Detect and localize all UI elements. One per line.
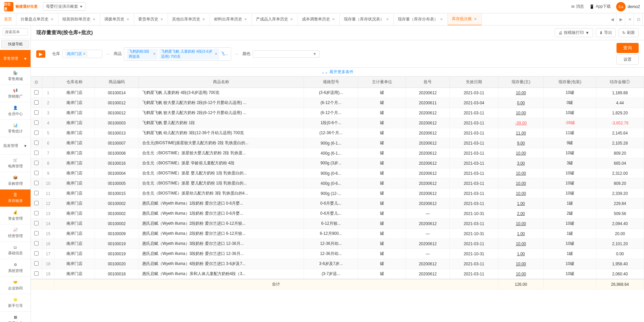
row-checkbox-cell[interactable] <box>31 88 42 98</box>
sidebar-item-shop[interactable]: 🏪 零售商城 <box>0 67 31 85</box>
sidebar-item-operation[interactable]: 📈 经营管理 <box>0 224 31 242</box>
warehouse-more-icon[interactable]: ··· <box>106 52 110 56</box>
warehouse-remove-icon[interactable]: ✕ <box>83 52 86 56</box>
row-stock-main[interactable]: 1.00 <box>498 249 543 259</box>
warehouse-input[interactable]: 南岸门店 ✕ <box>62 50 102 58</box>
row-checkbox-cell[interactable] <box>31 148 42 158</box>
row-stock-main[interactable]: 0.00 <box>498 98 543 108</box>
row-stock-main[interactable]: 10.00 <box>498 178 543 189</box>
query-btn[interactable]: 查询 <box>616 43 639 53</box>
row-checkbox[interactable] <box>34 120 39 125</box>
row-stock-main[interactable]: 10.00 <box>498 108 543 118</box>
tab-other-out[interactable]: 其他出库单历史 ✕ <box>168 13 210 25</box>
row-checkbox-cell[interactable] <box>31 158 42 168</box>
row-checkbox[interactable] <box>34 171 39 175</box>
row-checkbox[interactable] <box>34 201 39 205</box>
tab-close-icon[interactable]: ✕ <box>92 17 96 21</box>
tab-split-inventory[interactable]: 分量盘点单历史 ✕ <box>16 13 58 25</box>
row-checkbox[interactable] <box>34 161 39 165</box>
row-checkbox[interactable] <box>34 181 39 185</box>
product-more[interactable]: 飞... <box>221 51 228 57</box>
quick-nav-btn[interactable]: 快捷导航 <box>1 40 29 48</box>
row-checkbox-cell[interactable] <box>31 209 42 219</box>
tab-close-icon[interactable]: ✕ <box>160 17 164 21</box>
sidebar-item-marketing[interactable]: 📢 营销推广 <box>0 85 31 102</box>
sidebar-item-apps[interactable]: ▦ 应用中心 <box>0 312 31 322</box>
row-stock-main[interactable]: 3.00 <box>498 158 543 168</box>
settings-icon[interactable]: ⚙ <box>34 79 39 85</box>
product-more-icon[interactable]: ··· <box>235 52 238 56</box>
row-checkbox[interactable] <box>34 110 39 115</box>
row-checkbox[interactable] <box>34 151 39 155</box>
tab-next-btn[interactable]: ▶ <box>617 13 625 25</box>
row-checkbox[interactable] <box>34 241 39 246</box>
row-stock-main[interactable]: 10.00 <box>498 148 543 158</box>
tab-stock-dist[interactable]: 现存量（库存分布表） ✕ <box>394 13 448 25</box>
product-tag-1-remove[interactable]: ✕ <box>153 52 156 56</box>
row-checkbox-cell[interactable] <box>31 108 42 118</box>
row-checkbox-cell[interactable] <box>31 189 42 199</box>
row-checkbox-cell[interactable] <box>31 98 42 108</box>
tab-close-icon[interactable]: ✕ <box>126 17 130 21</box>
expand-more-btn[interactable]: ⌄⌄ 展开更多条件 <box>321 69 354 75</box>
sidebar-item-ecommerce[interactable]: 🛒 电商管理 <box>0 155 31 172</box>
row-checkbox-cell[interactable] <box>31 138 42 148</box>
row-stock-main[interactable]: 10.00 <box>498 239 543 249</box>
tab-batch-voucher[interactable]: 库存批次账 ✕ <box>448 13 482 25</box>
row-stock-main[interactable]: 10.00 <box>498 189 543 199</box>
col-settings[interactable]: ⚙ <box>31 76 42 88</box>
tab-close-icon[interactable]: ✕ <box>244 17 248 21</box>
settings-btn[interactable]: 设置 <box>616 54 639 65</box>
template-print-btn[interactable]: 🖨 按模板打印 ▼ <box>555 28 593 37</box>
row-checkbox-cell[interactable] <box>31 269 42 279</box>
sidebar-item-basic[interactable]: 🗂 基础信息 <box>0 242 31 259</box>
sidebar-item-enterprise[interactable]: 🤝 企业协同 <box>0 277 31 294</box>
row-checkbox-cell[interactable] <box>31 128 42 138</box>
user-area[interactable]: Ea demo2 <box>616 2 640 11</box>
row-checkbox[interactable] <box>34 191 39 195</box>
filter-expand-btn[interactable]: ▶ <box>36 50 45 58</box>
row-checkbox[interactable] <box>34 221 39 225</box>
tab-close-icon[interactable]: ✕ <box>439 17 443 21</box>
tab-close-all-btn[interactable]: ✕ <box>626 13 634 25</box>
row-stock-main[interactable]: 1.00 <box>498 199 543 209</box>
row-checkbox[interactable] <box>34 90 39 95</box>
product-input[interactable]: 飞鹤奶粉3段两提装 ✕ 飞鹤星飞帆 儿童奶粉 4段(3-6岁适用) 700克 ✕… <box>124 47 231 61</box>
tab-requisition[interactable]: 要货单历史 ✕ <box>134 13 168 25</box>
row-checkbox-cell[interactable] <box>31 199 42 209</box>
sidebar-item-guide[interactable]: 🌟 新手引导 <box>0 294 31 312</box>
row-checkbox-cell[interactable] <box>31 168 42 178</box>
row-checkbox-cell[interactable] <box>31 118 42 128</box>
tab-close-icon[interactable]: ✕ <box>202 17 206 21</box>
industry-selector[interactable]: 母婴行业演示账套 ▼ <box>43 2 86 11</box>
row-checkbox[interactable] <box>34 211 39 215</box>
row-stock-main[interactable]: 2.00 <box>498 209 543 219</box>
refresh-btn[interactable]: ↻ 刷新 <box>619 28 639 37</box>
product-tag-2-remove[interactable]: ✕ <box>215 52 217 56</box>
sidebar-item-member[interactable]: 👤 会员中心 <box>0 102 31 120</box>
row-checkbox[interactable] <box>34 130 39 135</box>
tab-close-icon[interactable]: ✕ <box>385 17 389 21</box>
row-stock-main[interactable]: 10.00 <box>498 88 543 98</box>
row-stock-main[interactable]: -39.00 <box>498 118 543 128</box>
row-stock-main[interactable]: 10.00 <box>498 269 543 279</box>
row-checkbox-cell[interactable] <box>31 239 42 249</box>
tab-home[interactable]: 首页 <box>0 13 16 25</box>
tab-close-icon[interactable]: ✕ <box>50 17 54 21</box>
message-btn[interactable]: ✉ 消息 <box>571 4 584 9</box>
sidebar-item-system[interactable]: ⚙ 系统管理 <box>0 259 31 277</box>
row-checkbox[interactable] <box>34 271 39 276</box>
row-checkbox-cell[interactable] <box>31 249 42 259</box>
tab-stock-status[interactable]: 现存量（库存状况表） ✕ <box>340 13 394 25</box>
tab-close-icon[interactable]: ✕ <box>473 17 477 21</box>
sidebar-item-wholesale[interactable]: 批发管理 ▼ <box>0 137 31 155</box>
sidebar-item-finance[interactable]: 💰 资金管理 <box>0 207 31 224</box>
app-download-btn[interactable]: 📱 App下载 <box>589 4 611 9</box>
tab-product-in[interactable]: 产成品入库单历史 ✕ <box>252 13 298 25</box>
row-stock-main[interactable]: 1.00 <box>498 229 543 239</box>
tab-maximize-btn[interactable]: ⊡ <box>635 13 643 25</box>
sidebar-item-inventory[interactable]: 🗄 库存核算 <box>0 190 31 207</box>
row-stock-main[interactable]: 10.00 <box>498 219 543 229</box>
sidebar-item-stats[interactable]: 📊 零售统计 <box>0 120 31 137</box>
tab-close-icon[interactable]: ✕ <box>289 17 293 21</box>
